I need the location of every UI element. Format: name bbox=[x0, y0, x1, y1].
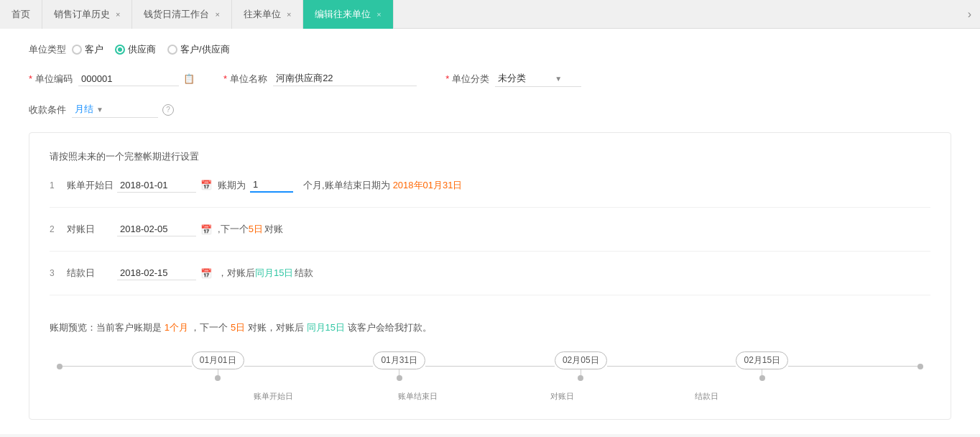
period-end-date: 2018年01月31日 bbox=[393, 179, 463, 192]
payment-terms-value: 月结 bbox=[75, 103, 93, 116]
node-end-label: 账单结束日 bbox=[398, 391, 438, 402]
preview-mid2: 对账，对账后 bbox=[248, 322, 304, 333]
unit-name-label: 单位名称 bbox=[230, 73, 267, 86]
payment-highlight: 同月15日 bbox=[255, 267, 293, 280]
node-payment-dot bbox=[759, 375, 765, 381]
unit-name-group: * 单位名称 bbox=[223, 72, 417, 86]
start-date-calendar-icon[interactable]: 📅 bbox=[200, 180, 212, 190]
tab-home[interactable]: 首页 bbox=[0, 0, 42, 29]
tab-sales-history[interactable]: 销售订单历史 × bbox=[42, 0, 132, 29]
radio-supplier-circle bbox=[115, 45, 125, 55]
preview-h1: 1个月 bbox=[165, 322, 188, 333]
unit-code-group: * 单位编码 📋 bbox=[29, 72, 195, 86]
unit-type-label: 单位类型 bbox=[29, 43, 66, 56]
node-end: 01月31日 bbox=[373, 351, 425, 381]
unit-code-icon[interactable]: 📋 bbox=[183, 73, 195, 84]
settings-section: 请按照未来的一个完整帐期进行设置 1 账单开始日 📅 账期为 个月,账单结束日期… bbox=[29, 132, 951, 420]
reconcile-desc-suffix: 对账 bbox=[264, 223, 283, 236]
main-content: 单位类型 客户 供应商 客户/供应商 * 单位编码 📋 * 单位名称 bbox=[0, 29, 980, 434]
unit-class-select[interactable]: 未分类 ▼ bbox=[495, 70, 581, 87]
radio-supplier[interactable]: 供应商 bbox=[115, 43, 156, 56]
close-cash-work[interactable]: × bbox=[215, 10, 219, 19]
period-prefix: 账期为 bbox=[218, 179, 246, 192]
preview-prefix: 账期预览：当前客户账期是 bbox=[50, 322, 162, 333]
section-title: 请按照未来的一个完整帐期进行设置 bbox=[50, 150, 930, 163]
tab-partners[interactable]: 往来单位 × bbox=[232, 0, 303, 29]
radio-customer-circle bbox=[72, 45, 82, 55]
line-5 bbox=[788, 366, 917, 367]
tab-expand-button[interactable]: › bbox=[959, 8, 980, 21]
unit-code-input[interactable] bbox=[78, 72, 179, 86]
payment-desc-prefix: ，对账后 bbox=[218, 267, 255, 280]
reconcile-date-input[interactable] bbox=[117, 222, 196, 236]
node-payment-label: 结款日 bbox=[695, 391, 718, 402]
period-input[interactable] bbox=[250, 178, 293, 193]
preview-text: 账期预览：当前客户账期是 1个月 ，下一个 5日 对账，对账后 同月15日 该客… bbox=[50, 310, 930, 334]
node-payment: 02月15日 bbox=[736, 351, 788, 381]
tab-edit-partner[interactable]: 编辑往来单位 × bbox=[303, 0, 393, 29]
node-start-bubble: 01月01日 bbox=[192, 351, 244, 369]
payment-terms-dropdown-icon: ▼ bbox=[96, 106, 103, 114]
preview-mid1: ，下一个 bbox=[190, 322, 228, 333]
label-end: 账单结束日 bbox=[346, 385, 490, 402]
unit-class-value: 未分类 bbox=[498, 72, 526, 85]
node-start: 01月01日 bbox=[192, 351, 244, 381]
preview-suffix: 该客户会给我打款。 bbox=[348, 322, 432, 333]
unit-type-row: 单位类型 客户 供应商 客户/供应商 bbox=[29, 43, 951, 56]
timeline-bubble-row: 01月01日 01月31日 02月05日 02 bbox=[57, 351, 923, 381]
preview-h3: 同月15日 bbox=[307, 322, 345, 333]
period-suffix: 个月,账单结束日期为 bbox=[303, 179, 390, 192]
node-reconcile: 02月05日 bbox=[555, 351, 607, 381]
unit-code-label: 单位编码 bbox=[35, 73, 73, 86]
row-label-3: 结款日 bbox=[67, 267, 117, 280]
line-1 bbox=[63, 366, 192, 367]
payment-date-input[interactable] bbox=[117, 266, 196, 280]
line-3 bbox=[425, 366, 555, 367]
node-start-dot bbox=[215, 375, 221, 381]
timeline-start-dot bbox=[57, 364, 63, 369]
setting-row-2: 2 对账日 📅 ,下一个 5日 对账 bbox=[50, 222, 930, 252]
close-edit-partner[interactable]: × bbox=[376, 10, 381, 19]
line-4 bbox=[607, 366, 736, 367]
label-start: 账单开始日 bbox=[201, 385, 346, 402]
node-end-bubble: 01月31日 bbox=[373, 351, 425, 369]
payment-terms-select[interactable]: 月结 ▼ bbox=[72, 101, 158, 118]
tab-cash-work[interactable]: 钱货日清工作台 × bbox=[132, 0, 231, 29]
row-num-2: 2 bbox=[50, 224, 67, 234]
radio-customer[interactable]: 客户 bbox=[72, 43, 103, 56]
unit-class-dropdown-icon: ▼ bbox=[555, 75, 562, 83]
unit-type-radio-group: 客户 供应商 客户/供应商 bbox=[72, 43, 230, 56]
payment-calendar-icon[interactable]: 📅 bbox=[200, 268, 212, 279]
timeline: 01月01日 01月31日 02月05日 02 bbox=[50, 351, 930, 402]
reconcile-highlight: 5日 bbox=[249, 223, 263, 236]
radio-both[interactable]: 客户/供应商 bbox=[167, 43, 230, 56]
unit-class-label: 单位分类 bbox=[452, 73, 489, 86]
help-icon[interactable]: ? bbox=[162, 104, 174, 116]
radio-both-circle bbox=[167, 45, 177, 55]
payment-desc-suffix: 结款 bbox=[295, 267, 313, 280]
label-payment: 结款日 bbox=[634, 385, 779, 402]
node-end-dot bbox=[397, 375, 402, 381]
node-start-label: 账单开始日 bbox=[254, 391, 293, 402]
timeline-end-dot bbox=[917, 364, 923, 369]
reconcile-desc-prefix: ,下一个 bbox=[218, 223, 249, 236]
setting-row-1: 1 账单开始日 📅 账期为 个月,账单结束日期为 2018年01月31日 bbox=[50, 178, 930, 208]
row-num-1: 1 bbox=[50, 180, 67, 190]
row-label-1: 账单开始日 bbox=[67, 179, 117, 192]
timeline-label-row: 账单开始日 账单结束日 对账日 结款日 bbox=[57, 381, 923, 402]
start-date-input[interactable] bbox=[117, 178, 196, 193]
reconcile-calendar-icon[interactable]: 📅 bbox=[200, 224, 212, 235]
node-reconcile-label: 对账日 bbox=[550, 391, 574, 402]
payment-terms-row: 收款条件 月结 ▼ ? bbox=[29, 101, 951, 118]
row-label-2: 对账日 bbox=[67, 223, 117, 236]
label-reconcile: 对账日 bbox=[490, 385, 634, 402]
unit-info-row: * 单位编码 📋 * 单位名称 * 单位分类 未分类 ▼ bbox=[29, 70, 951, 87]
node-reconcile-dot bbox=[578, 375, 583, 381]
setting-row-3: 3 结款日 📅 ，对账后 同月15日 结款 bbox=[50, 266, 930, 295]
close-partners[interactable]: × bbox=[287, 10, 291, 19]
node-payment-bubble: 02月15日 bbox=[736, 351, 788, 369]
line-2 bbox=[244, 366, 374, 367]
close-sales-history[interactable]: × bbox=[116, 10, 120, 19]
preview-h2: 5日 bbox=[231, 322, 245, 333]
unit-name-input[interactable] bbox=[273, 72, 417, 86]
